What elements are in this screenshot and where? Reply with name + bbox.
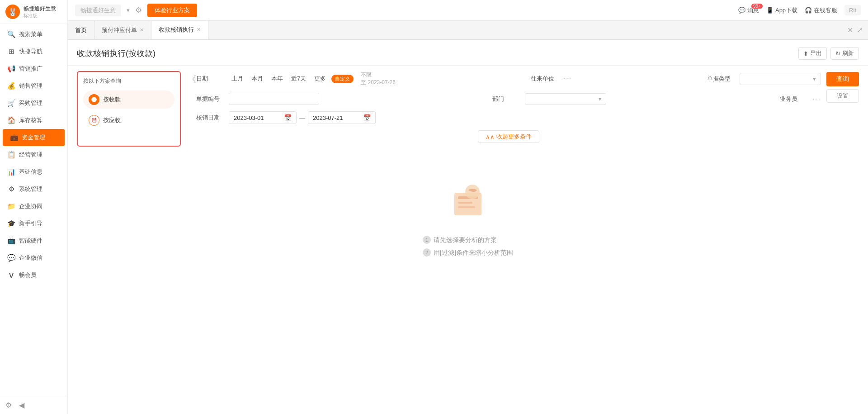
sidebar-item-purchase[interactable]: 🛒 采购管理 bbox=[0, 95, 67, 112]
sidebar-bottom: ⚙ ◀ bbox=[0, 396, 67, 414]
sidebar-item-basic[interactable]: 📊 基础信息 bbox=[0, 163, 67, 181]
logo-icon: 🐰 bbox=[5, 5, 20, 19]
empty-state: 1 请先选择要分析的方案 2 用[过滤]条件来缩小分析范围 bbox=[68, 152, 868, 286]
collapse-sidebar-btn[interactable]: 《 bbox=[188, 74, 196, 85]
empty-tips: 1 请先选择要分析的方案 2 用[过滤]条件来缩小分析范围 bbox=[423, 233, 513, 259]
writeoff-date-range: 2023-03-01 📅 — 2023-07-21 📅 bbox=[229, 111, 376, 124]
close-tab-icon[interactable]: ✕ bbox=[847, 26, 853, 34]
svg-point-5 bbox=[465, 185, 480, 199]
topbar: 畅捷通好生意 ▾ ⚙ 体验行业方案 💬 消息 99+ 📱 App下载 🎧 在线客… bbox=[68, 0, 868, 21]
message-badge: 99+ bbox=[751, 4, 763, 9]
megaphone-icon: 📢 bbox=[7, 65, 15, 73]
collapse-more-button[interactable]: ∧∧ 收起更多条件 bbox=[478, 130, 539, 143]
empty-tip-2: 2 用[过滤]条件来缩小分析范围 bbox=[423, 246, 513, 259]
export-button[interactable]: ⬆ 导出 bbox=[798, 47, 827, 60]
grid-icon: ⊞ bbox=[7, 48, 15, 56]
calendar-end-icon: 📅 bbox=[363, 114, 371, 121]
writeoff-date-label: 核销日期 bbox=[196, 114, 223, 122]
payable-option-icon: ⏰ bbox=[89, 115, 99, 126]
sidebar-item-marketing[interactable]: 📢 营销推广 bbox=[0, 60, 67, 77]
app-download[interactable]: 📱 App下载 bbox=[766, 6, 797, 14]
doc-type-select[interactable]: ▾ bbox=[740, 73, 821, 85]
sidebar-collapse-col: 《 bbox=[188, 71, 196, 147]
doc-type-chevron-icon: ▾ bbox=[813, 76, 816, 82]
staff-dots[interactable]: ··· bbox=[812, 95, 821, 103]
sidebar-item-member[interactable]: V 畅会员 bbox=[0, 266, 67, 284]
sidebar-item-business[interactable]: 📋 经营管理 bbox=[0, 146, 67, 163]
date-this-month[interactable]: 本月 bbox=[249, 74, 266, 84]
svg-point-0 bbox=[91, 97, 97, 102]
date-last-7-days[interactable]: 近7天 bbox=[288, 74, 309, 84]
user-avatar[interactable]: Rit bbox=[844, 5, 861, 15]
date-custom[interactable]: 自定义 bbox=[331, 75, 354, 83]
date-separator: — bbox=[299, 114, 305, 121]
tab-prepay[interactable]: 预付冲应付单 ✕ bbox=[94, 21, 151, 39]
collapse-sidebar-icon[interactable]: ◀ bbox=[19, 401, 24, 409]
filter-right-wrap: 日期 上月 本月 本年 近7天 更多 自定义 不限 至 2023-07-26 bbox=[196, 71, 859, 147]
sidebar-item-wechat[interactable]: 💬 企业微信 bbox=[0, 249, 67, 266]
sidebar-item-guide[interactable]: 🎓 新手引导 bbox=[0, 215, 67, 232]
sidebar-logo: 🐰 畅捷通好生意 标准版 bbox=[0, 0, 67, 24]
date-this-year[interactable]: 本年 bbox=[269, 74, 286, 84]
sidebar-item-search-menu[interactable]: 🔍 搜索菜单 bbox=[0, 26, 67, 43]
setting-button[interactable]: 设置 bbox=[826, 89, 859, 103]
refresh-button[interactable]: ↻ 刷新 bbox=[830, 47, 859, 60]
svg-rect-3 bbox=[458, 202, 472, 204]
staff-label: 业务员 bbox=[780, 95, 807, 103]
sidebar-item-enterprise[interactable]: 📁 企业协同 bbox=[0, 198, 67, 215]
tab-home[interactable]: 首页 bbox=[68, 21, 94, 39]
sidebar-item-inventory[interactable]: 🏠 库存核算 bbox=[0, 112, 67, 129]
finance-icon: 💼 bbox=[10, 133, 18, 142]
online-service[interactable]: 🎧 在线客服 bbox=[805, 6, 837, 14]
gear-bottom-icon[interactable]: ⚙ bbox=[5, 401, 12, 409]
filter-by-receipt[interactable]: 按收款 bbox=[83, 90, 175, 109]
message-icon: 💬 bbox=[738, 7, 745, 14]
doc-no-input[interactable] bbox=[229, 93, 319, 105]
folder-icon: 📁 bbox=[7, 202, 15, 210]
date-last-month[interactable]: 上月 bbox=[229, 74, 246, 84]
sidebar-item-sales[interactable]: 💰 销售管理 bbox=[0, 77, 67, 95]
sidebar-item-hardware[interactable]: 📺 智能硬件 bbox=[0, 232, 67, 249]
tab-receipt-writeoff[interactable]: 收款核销执行 ✕ bbox=[151, 21, 208, 39]
solution-button[interactable]: 体验行业方案 bbox=[147, 4, 197, 17]
topbar-dropdown-icon[interactable]: ▾ bbox=[127, 7, 130, 14]
partner-dots[interactable]: ··· bbox=[563, 75, 572, 83]
refresh-icon: ↻ bbox=[835, 50, 840, 57]
dept-select[interactable]: ▾ bbox=[525, 93, 606, 105]
dept-chevron-icon: ▾ bbox=[599, 96, 601, 102]
sidebar-item-quick-nav[interactable]: ⊞ 快捷导航 bbox=[0, 43, 67, 60]
app-icon: 📱 bbox=[766, 7, 774, 14]
date-label: 日期 bbox=[196, 75, 223, 83]
topbar-right: 💬 消息 99+ 📱 App下载 🎧 在线客服 Rit bbox=[738, 5, 861, 15]
collapse-more-row: ∧∧ 收起更多条件 bbox=[196, 130, 821, 143]
filter-row-2: 单据编号 部门 ▾ 业务员 ··· bbox=[196, 93, 821, 105]
date-more[interactable]: 更多 bbox=[311, 74, 329, 84]
writeoff-date-start[interactable]: 2023-03-01 📅 bbox=[229, 111, 297, 124]
cart-icon: 🛒 bbox=[7, 99, 15, 107]
filter-by-payable[interactable]: ⏰ 按应收 bbox=[83, 111, 175, 129]
topbar-message[interactable]: 💬 消息 99+ bbox=[738, 6, 759, 14]
filter-row-1: 日期 上月 本月 本年 近7天 更多 自定义 不限 至 2023-07-26 bbox=[196, 71, 821, 86]
clipboard-icon: 📋 bbox=[7, 151, 15, 159]
wechat-icon: 💬 bbox=[7, 254, 15, 262]
doc-no-label: 单据编号 bbox=[196, 95, 223, 103]
topbar-gear-icon[interactable]: ⚙ bbox=[135, 5, 142, 15]
filter-row-3: 核销日期 2023-03-01 📅 — 2023-07-21 📅 bbox=[196, 111, 821, 124]
calendar-start-icon: 📅 bbox=[284, 114, 292, 121]
topbar-brand: 畅捷通好生意 bbox=[75, 5, 121, 16]
money-icon: 💰 bbox=[7, 82, 15, 90]
expand-icon[interactable]: ⤢ bbox=[857, 26, 863, 34]
date-nolimit-row: 不限 至 2023-07-26 bbox=[361, 71, 396, 86]
doc-type-label: 单据类型 bbox=[707, 75, 734, 83]
date-no-limit-text: 不限 bbox=[361, 71, 396, 79]
tab-close-receipt-writeoff[interactable]: ✕ bbox=[197, 27, 201, 33]
filter-sidebar: 按以下方案查询 按收款 ⏰ 按应收 bbox=[77, 71, 181, 147]
query-button[interactable]: 查询 bbox=[826, 72, 859, 86]
sidebar-nav: 🔍 搜索菜单 ⊞ 快捷导航 📢 营销推广 💰 销售管理 🛒 采购管理 🏠 库存核… bbox=[0, 24, 67, 396]
page-title: 收款核销执行(按收款) bbox=[77, 48, 156, 59]
sidebar-item-finance[interactable]: 💼 资金管理 bbox=[3, 129, 65, 146]
writeoff-date-end[interactable]: 2023-07-21 📅 bbox=[308, 111, 376, 124]
sidebar-item-system[interactable]: ⚙ 系统管理 bbox=[0, 181, 67, 198]
filter-form: 日期 上月 本月 本年 近7天 更多 自定义 不限 至 2023-07-26 bbox=[196, 71, 821, 147]
tab-close-prepay[interactable]: ✕ bbox=[140, 27, 144, 33]
